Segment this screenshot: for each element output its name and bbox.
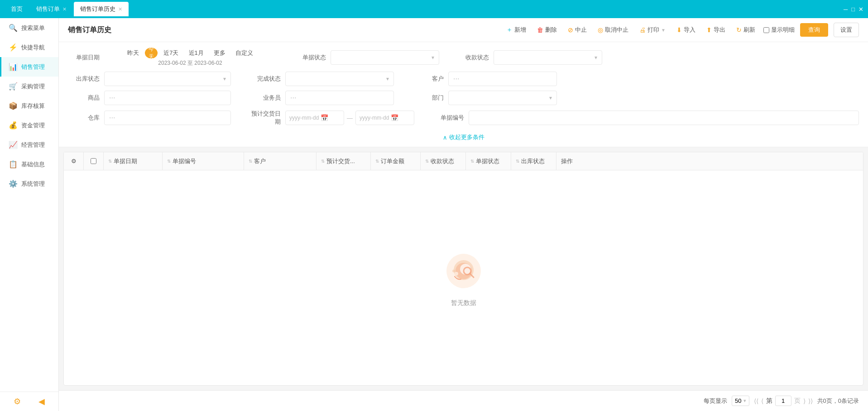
first-page-icon[interactable]: ⟨⟨ (754, 397, 758, 405)
order-no-input[interactable] (469, 111, 859, 125)
sidebar-item-search-menu[interactable]: 🔍 搜索菜单 (0, 18, 58, 38)
tab-sales-order-history[interactable]: 销售订单历史 ✕ (74, 2, 129, 16)
payment-status-chevron-icon: ▾ (595, 54, 597, 61)
svg-point-6 (455, 272, 458, 276)
table-body: 暂无数据 (64, 170, 863, 385)
print-button[interactable]: 🖨 打印 ▼ (637, 24, 668, 36)
tab-sales-order-label: 销售订单 (36, 5, 60, 13)
tab-sales-order[interactable]: 销售订单 ✕ (30, 2, 73, 16)
th-warehouse-status[interactable]: ⇅ 出库状态 (511, 152, 556, 170)
th-payment-status-sort-icon: ⇅ (425, 159, 429, 164)
complete-status-select[interactable]: ▾ (285, 72, 394, 86)
th-order-no[interactable]: ⇅ 单据编号 (163, 152, 244, 170)
delivery-date-to[interactable]: yyyy-mm-dd 📅 (355, 111, 414, 125)
date-last1m[interactable]: 近1月 (185, 48, 208, 58)
last-page-icon[interactable]: ⟩⟩ (808, 397, 813, 405)
th-settings[interactable]: ⚙ (64, 152, 84, 170)
th-customer-sort-icon: ⇅ (249, 159, 252, 164)
goods-label: 商品 (68, 94, 104, 102)
prev-page-icon[interactable]: ⟨ (761, 397, 763, 405)
date-last7[interactable]: 近7天 (159, 48, 182, 58)
minimize-icon[interactable]: ─ (844, 6, 848, 13)
tab-sales-order-close[interactable]: ✕ (62, 6, 67, 12)
delivery-date-label: 预计交货日期 (249, 110, 285, 126)
page-unit: 页 (794, 397, 801, 405)
th-customer[interactable]: ⇅ 客户 (244, 152, 317, 170)
sidebar-settings-icon[interactable]: ⚙ (14, 396, 21, 406)
sidebar-item-inventory[interactable]: 📦 库存核算 (0, 96, 58, 116)
date-yesterday[interactable]: 昨天 (123, 48, 143, 58)
sidebar-item-purchase-mgmt[interactable]: 🛒 采购管理 (0, 77, 58, 96)
print-arrow-icon: ▼ (661, 28, 666, 33)
th-order-no-label: 单据编号 (173, 157, 196, 165)
order-status-select[interactable]: ▾ (331, 50, 439, 65)
collapse-button[interactable]: ∧ 收起更多条件 (68, 131, 859, 141)
display-detail-checkbox-label[interactable]: 显示明细 (763, 26, 795, 34)
cancel-stop-button[interactable]: ◎ 取消中止 (595, 24, 631, 36)
sidebar-item-finance[interactable]: 💰 资金管理 (0, 116, 58, 135)
sidebar-item-quick-nav[interactable]: ⚡ 快捷导航 (0, 38, 58, 57)
warehouse-label: 仓库 (68, 114, 104, 122)
customer-dots-icon: ··· (453, 75, 459, 83)
goods-input[interactable]: ··· (104, 91, 231, 105)
th-order-status[interactable]: ⇅ 单据状态 (466, 152, 511, 170)
sidebar-item-sales-mgmt-label: 销售管理 (21, 63, 45, 71)
sidebar-collapse-icon[interactable]: ◀ (38, 396, 45, 406)
sidebar-item-inventory-label: 库存核算 (21, 102, 45, 110)
th-amount[interactable]: ⇅ 订单金额 (371, 152, 421, 170)
select-all-checkbox[interactable] (91, 158, 96, 164)
tab-sales-order-history-close[interactable]: ✕ (118, 6, 122, 12)
th-delivery-sort-icon: ⇅ (321, 159, 325, 164)
th-date[interactable]: ⇅ 单据日期 (104, 152, 163, 170)
date-label: 单据日期 (68, 53, 104, 62)
calendar-to-icon: 📅 (391, 114, 398, 121)
delivery-date-from[interactable]: yyyy-mm-dd 📅 (285, 111, 344, 125)
date-quick-options: 昨天 今天 近7天 近1月 更多 自定义 (123, 48, 257, 58)
order-no-label: 单据编号 (432, 114, 469, 122)
next-page-icon[interactable]: ⟩ (803, 397, 806, 405)
close-window-icon[interactable]: ✕ (858, 6, 863, 13)
settings-button[interactable]: 设置 (834, 23, 859, 37)
sidebar-item-sales-mgmt[interactable]: 📊 销售管理 (0, 57, 58, 77)
delete-button[interactable]: 🗑 删除 (534, 24, 560, 36)
export-button[interactable]: ⬆ 导出 (704, 24, 728, 36)
date-filter-group: 昨天 今天 近7天 近1月 更多 自定义 2023-06-02 至 2023-0… (104, 48, 276, 67)
warehouse-input[interactable]: ··· (104, 111, 231, 125)
th-warehouse-status-label: 出库状态 (521, 157, 545, 165)
date-today[interactable]: 今天 (145, 48, 158, 58)
basic-info-icon: 📋 (9, 160, 18, 169)
page-number-input[interactable] (775, 396, 791, 406)
delete-icon: 🗑 (537, 26, 543, 34)
refresh-button[interactable]: ↻ 刷新 (734, 24, 758, 36)
date-custom[interactable]: 自定义 (231, 48, 257, 58)
sidebar-item-sys-mgmt[interactable]: ⚙️ 系统管理 (0, 174, 58, 193)
salesperson-input[interactable]: ··· (285, 91, 394, 105)
cancel-stop-label: 取消中止 (605, 26, 628, 34)
page-size-select[interactable]: 50 ▾ (732, 396, 749, 406)
query-button[interactable]: 查询 (800, 23, 828, 37)
new-button[interactable]: ＋ 新增 (504, 24, 529, 36)
sidebar-item-operations[interactable]: 📈 经营管理 (0, 135, 58, 155)
table-settings-icon[interactable]: ⚙ (71, 158, 77, 164)
th-payment-status-label: 收款状态 (431, 157, 454, 165)
department-select[interactable]: ▾ (448, 91, 557, 105)
delivery-date-to-placeholder: yyyy-mm-dd (360, 115, 389, 121)
sidebar-item-basic-info[interactable]: 📋 基础信息 (0, 155, 58, 174)
customer-input[interactable]: ··· (448, 72, 557, 86)
warehouse-status-select[interactable]: ▾ (104, 72, 231, 86)
tab-home-label: 首页 (11, 5, 23, 13)
th-delivery[interactable]: ⇅ 预计交货... (317, 152, 371, 170)
sidebar-item-operations-label: 经营管理 (21, 141, 45, 149)
tab-home[interactable]: 首页 (5, 2, 29, 16)
th-check[interactable] (84, 152, 104, 170)
import-button[interactable]: ⬇ 导入 (674, 24, 698, 36)
payment-status-select[interactable]: ▾ (494, 50, 602, 65)
maximize-icon[interactable]: □ (851, 6, 855, 13)
date-more[interactable]: 更多 (210, 48, 230, 58)
order-status-label: 单据状态 (294, 53, 331, 62)
display-detail-checkbox[interactable] (763, 27, 769, 33)
stop-button[interactable]: ⊘ 中止 (565, 24, 590, 36)
th-payment-status[interactable]: ⇅ 收款状态 (421, 152, 466, 170)
complete-status-chevron-icon: ▾ (386, 76, 389, 82)
svg-point-3 (460, 264, 471, 275)
